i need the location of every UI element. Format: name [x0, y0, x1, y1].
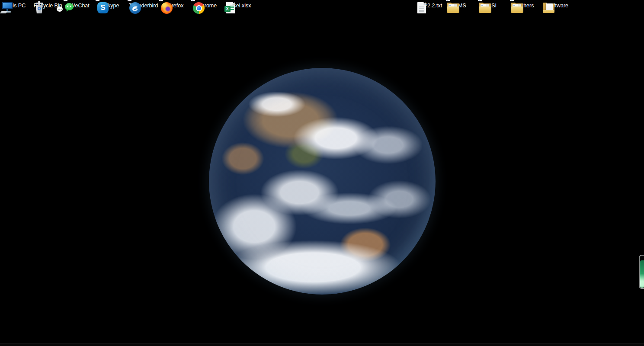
desktop-item-others-folder[interactable]: ↗ Others — [510, 1, 542, 24]
recycle-symbol-icon: ♻ — [36, 6, 43, 12]
desktop-item-chrome[interactable]: ↗ Chrome — [191, 1, 223, 24]
desktop-item-si-folder[interactable]: ↗ SI — [478, 1, 510, 24]
desktop-item-txt-file[interactable]: 2022.2.txt — [414, 1, 446, 24]
shortcut-arrow-badge: ↗ — [96, 0, 99, 1]
desktop-item-thunderbird[interactable]: ↗ Thunderbird — [128, 1, 160, 24]
level-indicator-fill — [640, 260, 644, 288]
shortcut-arrow-badge: ↗ — [159, 0, 163, 1]
earth-wallpaper — [209, 68, 436, 295]
desktop-item-excel-file[interactable]: X Excel.xlsx — [223, 1, 255, 24]
shortcut-arrow-badge: ↗ — [478, 0, 482, 1]
desktop: { "desktop": { "background_color": "#000… — [0, 0, 644, 346]
level-indicator[interactable] — [639, 255, 644, 289]
shortcut-arrow-badge: ↗ — [64, 0, 67, 1]
desktop-item-ms-folder[interactable]: ↗ MS — [446, 1, 478, 24]
shortcut-arrow-badge: ↗ — [446, 0, 450, 1]
shortcut-arrow-badge: ↗ — [510, 0, 514, 1]
screen-bottom-edge — [0, 343, 644, 346]
desktop-item-software-folder[interactable]: Software — [541, 1, 574, 24]
shortcut-arrow-badge: ↗ — [128, 0, 131, 1]
desktop-item-wechat[interactable]: ↗ WeChat — [64, 1, 96, 24]
desktop-item-this-pc[interactable]: This PC — [0, 1, 32, 24]
desktop-item-skype[interactable]: S ↗ Skype — [96, 1, 128, 24]
desktop-item-recycle-bin[interactable]: ♻ Recycle Bin — [32, 1, 64, 24]
desktop-item-firefox[interactable]: ↗ Firefox — [159, 1, 191, 24]
shortcut-arrow-badge: ↗ — [191, 0, 195, 1]
desktop-icons-row: This PC ♻ Recycle Bin ↗ WeChat S ↗ Skype — [0, 0, 644, 26]
